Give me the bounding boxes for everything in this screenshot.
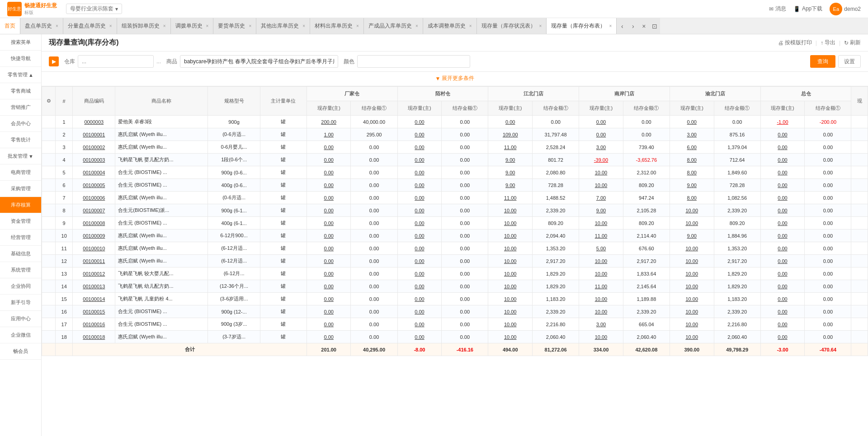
cell-code[interactable]: 00100013 xyxy=(73,280,115,293)
cell-wh1-qty[interactable]: 0.00 xyxy=(397,204,442,217)
setting-btn[interactable]: 设置 xyxy=(838,55,861,68)
cell-wh0-qty[interactable]: 0.00 xyxy=(307,242,351,255)
cell-wh3-qty[interactable]: 3.00 xyxy=(579,318,623,331)
close-icon[interactable]: × xyxy=(609,23,612,28)
cell-wh3-qty[interactable]: 10.00 xyxy=(579,331,623,343)
cell-wh0-qty[interactable]: 0.00 xyxy=(307,255,351,267)
cell-wh5-qty[interactable]: 0.00 xyxy=(760,242,805,255)
close-icon[interactable]: × xyxy=(206,23,209,28)
filter-toggle-btn[interactable]: ▶ xyxy=(49,56,59,66)
cell-wh2-qty[interactable]: 0.00 xyxy=(488,116,533,128)
cell-wh4-qty[interactable]: 8.00 xyxy=(670,166,714,179)
print-btn[interactable]: 🖨 按模版打印 xyxy=(778,39,812,47)
sidebar-item-guide[interactable]: 新手引导 xyxy=(0,295,41,311)
cell-wh4-qty[interactable]: 10.00 xyxy=(670,255,714,267)
close-icon[interactable]: × xyxy=(356,23,359,28)
cell-wh3-qty[interactable]: 5.00 xyxy=(579,242,623,255)
sidebar-item-operations[interactable]: 经营管理 xyxy=(0,230,41,246)
cell-code[interactable]: 00100018 xyxy=(73,331,115,343)
cell-wh5-qty[interactable]: 0.00 xyxy=(760,305,805,318)
close-icon[interactable]: × xyxy=(249,23,251,28)
message-btn[interactable]: ✉ 消息 xyxy=(769,5,786,13)
cell-wh0-qty[interactable]: 0.00 xyxy=(307,179,351,192)
tab-1[interactable]: 盘点单历史 × xyxy=(20,18,63,34)
cell-wh1-qty[interactable]: 0.00 xyxy=(397,305,442,318)
cell-wh5-qty[interactable]: 0.00 xyxy=(760,293,805,305)
cell-wh3-qty[interactable]: 0.00 xyxy=(579,128,623,141)
cell-wh4-qty[interactable]: 0.00 xyxy=(670,116,714,128)
cell-code[interactable]: 00100008 xyxy=(73,217,115,230)
cell-wh2-qty[interactable]: 11.00 xyxy=(488,141,533,154)
cell-wh1-qty[interactable]: 0.00 xyxy=(397,331,442,343)
sidebar-item-marketing[interactable]: 营销推广 xyxy=(0,99,41,116)
color-input[interactable] xyxy=(357,55,470,68)
cell-wh3-qty[interactable]: 10.00 xyxy=(579,255,623,267)
cell-wh1-qty[interactable]: 0.00 xyxy=(397,318,442,331)
cell-wh1-qty[interactable]: 0.00 xyxy=(397,230,442,242)
cell-code[interactable]: 00100006 xyxy=(73,192,115,204)
cell-wh3-qty[interactable]: -39.00 xyxy=(579,154,623,166)
cell-wh4-qty[interactable]: 6.00 xyxy=(670,141,714,154)
warehouse-input[interactable] xyxy=(78,55,154,68)
cell-wh1-qty[interactable]: 0.00 xyxy=(397,217,442,230)
tab-9[interactable]: 成本调整单历史 × xyxy=(423,18,477,34)
close-icon[interactable]: × xyxy=(56,23,58,28)
tab-7[interactable]: 材料出库单历史 × xyxy=(310,18,364,34)
close-icon[interactable]: × xyxy=(539,23,542,28)
cell-wh1-qty[interactable]: 0.00 xyxy=(397,242,442,255)
cell-wh2-qty[interactable]: 10.00 xyxy=(488,204,533,217)
cell-wh4-qty[interactable]: 10.00 xyxy=(670,217,714,230)
cell-wh0-qty[interactable]: 0.00 xyxy=(307,166,351,179)
search-btn[interactable]: 查询 xyxy=(810,55,835,68)
cell-code[interactable]: 00100003 xyxy=(73,154,115,166)
cell-wh4-qty[interactable]: 10.00 xyxy=(670,305,714,318)
tab-prev-btn[interactable]: ‹ xyxy=(617,18,627,34)
cell-code[interactable]: 00100005 xyxy=(73,179,115,192)
cell-wh3-qty[interactable]: 9.00 xyxy=(579,204,623,217)
cell-wh1-qty[interactable]: 0.00 xyxy=(397,141,442,154)
cell-wh0-qty[interactable]: 0.00 xyxy=(307,331,351,343)
cell-wh4-qty[interactable]: 10.00 xyxy=(670,242,714,255)
cell-wh2-qty[interactable]: 109.00 xyxy=(488,128,533,141)
close-icon[interactable]: × xyxy=(163,23,166,28)
user-area[interactable]: Ea demo2 xyxy=(830,3,861,15)
cell-wh0-qty[interactable]: 0.00 xyxy=(307,192,351,204)
cell-wh2-qty[interactable]: 10.00 xyxy=(488,305,533,318)
sidebar-item-system[interactable]: 系统管理 xyxy=(0,262,41,278)
tab-8[interactable]: 产成品入库单历史 × xyxy=(364,18,423,34)
sidebar-item-member2[interactable]: 畅会员 xyxy=(0,343,41,360)
refresh-btn[interactable]: ↻ 刷新 xyxy=(844,39,861,47)
sidebar-item-wholesale[interactable]: 批发管理 ▼ xyxy=(0,148,41,164)
tab-6[interactable]: 其他出库单历史 × xyxy=(256,18,310,34)
cell-code[interactable]: 00100014 xyxy=(73,293,115,305)
cell-wh0-qty[interactable]: 0.00 xyxy=(307,267,351,280)
cell-wh0-qty[interactable]: 1.00 xyxy=(307,128,351,141)
tab-next-btn[interactable]: › xyxy=(627,18,638,34)
cell-code[interactable]: 00100001 xyxy=(73,128,115,141)
cell-wh4-qty[interactable]: 9.00 xyxy=(670,179,714,192)
cell-wh2-qty[interactable]: 10.00 xyxy=(488,242,533,255)
tab-3[interactable]: 组装拆卸单历史 × xyxy=(117,18,171,34)
cell-wh5-qty[interactable]: 0.00 xyxy=(760,230,805,242)
cell-wh2-qty[interactable]: 10.00 xyxy=(488,280,533,293)
cell-code[interactable]: 00100011 xyxy=(73,255,115,267)
close-icon[interactable]: × xyxy=(302,23,305,28)
expand-filter-btn[interactable]: ▼ 展开更多条件 xyxy=(435,75,475,82)
tab-10[interactable]: 现存量（库存状况表）× xyxy=(477,18,547,34)
cell-wh1-qty[interactable]: 0.00 xyxy=(397,154,442,166)
cell-code[interactable]: 00100015 xyxy=(73,305,115,318)
sidebar-item-member[interactable]: 会员中心 xyxy=(0,116,41,132)
sidebar-item-ecommerce[interactable]: 电商管理 xyxy=(0,164,41,181)
cell-wh5-qty[interactable]: 0.00 xyxy=(760,128,805,141)
cell-wh0-qty[interactable]: 0.00 xyxy=(307,293,351,305)
cell-wh1-qty[interactable]: 0.00 xyxy=(397,128,442,141)
cell-code[interactable]: 00100010 xyxy=(73,242,115,255)
sidebar-item-retail[interactable]: 零售管理 ▲ xyxy=(0,67,41,83)
cell-wh3-qty[interactable]: 11.00 xyxy=(579,230,623,242)
cell-wh0-qty[interactable]: 0.00 xyxy=(307,141,351,154)
cell-wh3-qty[interactable]: 3.00 xyxy=(579,141,623,154)
cell-wh4-qty[interactable]: 10.00 xyxy=(670,293,714,305)
cell-wh5-qty[interactable]: 0.00 xyxy=(760,192,805,204)
cell-wh5-qty[interactable]: 0.00 xyxy=(760,318,805,331)
sidebar-item-nav[interactable]: 快捷导航 xyxy=(0,51,41,67)
